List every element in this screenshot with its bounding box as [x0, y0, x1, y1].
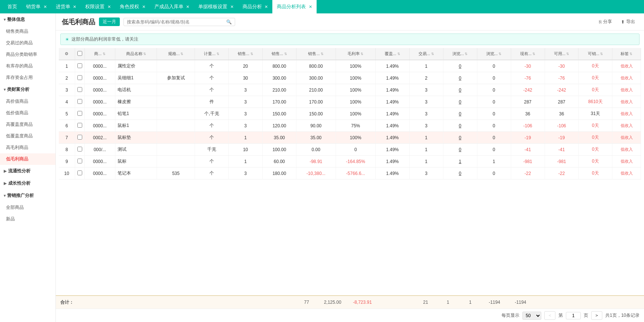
cell-checkbox[interactable]	[75, 96, 84, 108]
cell-checkbox[interactable]	[75, 60, 84, 72]
sidebar-item-category-rate[interactable]: 商品分类助销率	[0, 49, 55, 60]
col-coverage[interactable]: 覆盖...	[375, 48, 409, 60]
row-checkbox[interactable]	[77, 147, 82, 152]
sidebar-group-overall[interactable]: ▾ 整体信息	[0, 13, 55, 26]
sidebar-item-all-goods[interactable]: 全部商品	[0, 202, 55, 213]
search-input[interactable]	[127, 19, 225, 25]
next-page-button[interactable]: ＞	[591, 311, 602, 320]
col-gross-margin[interactable]: 毛利率	[336, 48, 375, 60]
row-checkbox[interactable]	[77, 170, 82, 175]
cell-browse1[interactable]: 0	[443, 144, 477, 156]
col-spec[interactable]: 规格...	[157, 48, 195, 60]
col-available[interactable]: 可用...	[545, 48, 579, 60]
nav-template[interactable]: 单据模板设置 ✕	[194, 0, 238, 13]
col-sales-profit[interactable]: 销售...	[296, 48, 336, 60]
sidebar-group-marketing[interactable]: ▾ 营销推广分析	[0, 189, 55, 202]
row-checkbox[interactable]	[77, 87, 82, 92]
col-sales-price[interactable]: 销售...	[262, 48, 296, 60]
nav-template-close[interactable]: ✕	[230, 4, 234, 9]
cell-checkbox[interactable]	[75, 168, 84, 179]
sidebar-item-high-margin[interactable]: 高毛利商品	[0, 142, 55, 153]
sidebar-item-low-value[interactable]: 低价值商品	[0, 107, 55, 119]
row-checkbox[interactable]	[77, 135, 82, 140]
page-number-input[interactable]	[566, 312, 581, 319]
export-button[interactable]: ⬆ 导出	[618, 17, 638, 26]
row-checkbox[interactable]	[77, 123, 82, 128]
col-browse2[interactable]: 浏览...	[477, 48, 511, 60]
cell-name: 鼠标1	[115, 120, 157, 132]
date-filter-button[interactable]: 近一月	[99, 17, 120, 26]
nav-sales-close[interactable]: ✕	[44, 4, 47, 9]
nav-goods-analysis-close[interactable]: ✕	[265, 4, 268, 9]
col-settings[interactable]: ⚙	[59, 48, 75, 60]
share-button[interactable]: ⎘ 分享	[596, 17, 615, 26]
cell-sellable: 0天	[579, 132, 612, 144]
cell-checkbox[interactable]	[75, 144, 84, 156]
col-sellable[interactable]: 可销...	[579, 48, 612, 60]
sidebar-item-high-value[interactable]: 高价值商品	[0, 96, 55, 107]
cell-browse1[interactable]: 1	[443, 156, 477, 168]
row-checkbox[interactable]	[77, 111, 82, 116]
col-code[interactable]: 商...	[84, 48, 115, 60]
cell-browse1[interactable]: 0	[443, 120, 477, 132]
nav-product-stock[interactable]: 产成品入库单 ✕	[150, 0, 194, 13]
col-sales-qty[interactable]: 销售...	[228, 48, 262, 60]
sidebar-item-sales-goods[interactable]: 销售类商品	[0, 26, 55, 37]
table-body: 1 0000... 属性定价 个 20 800.00 800.00 100% 1…	[59, 60, 641, 179]
cell-browse1[interactable]: 0	[443, 108, 477, 120]
cell-browse1[interactable]: 0	[443, 84, 477, 96]
prev-page-button[interactable]: ＜	[544, 311, 555, 320]
row-checkbox[interactable]	[77, 63, 82, 68]
col-current-stock[interactable]: 现有...	[511, 48, 545, 60]
nav-goods-analysis-list[interactable]: 商品分析列表 ✕	[272, 0, 317, 13]
col-transaction[interactable]: 交易...	[409, 48, 443, 60]
cell-checkbox[interactable]	[75, 132, 84, 144]
nav-role[interactable]: 角色授权 ✕	[115, 0, 150, 13]
nav-permission[interactable]: 权限设置 ✕	[81, 0, 115, 13]
col-checkbox[interactable]	[75, 48, 84, 60]
cell-checkbox[interactable]	[75, 156, 84, 168]
cell-checkbox[interactable]	[75, 120, 84, 132]
cell-sales-qty: 3	[228, 168, 262, 179]
cell-browse1[interactable]: 0	[443, 96, 477, 108]
sidebar-item-traded-goods[interactable]: 交易过的商品	[0, 37, 55, 49]
sidebar-item-high-coverage[interactable]: 高覆盖度商品	[0, 119, 55, 130]
cell-browse1[interactable]: 0	[443, 132, 477, 144]
search-icon[interactable]: 🔍	[226, 19, 232, 25]
cell-checkbox[interactable]	[75, 108, 84, 120]
cell-browse1[interactable]: 0	[443, 72, 477, 84]
row-checkbox[interactable]	[77, 75, 82, 80]
select-all-checkbox[interactable]	[77, 51, 82, 56]
nav-home[interactable]: 首页	[3, 0, 22, 13]
nav-purchase[interactable]: 进货单 ✕	[51, 0, 81, 13]
nav-product-stock-close[interactable]: ✕	[186, 4, 189, 9]
cell-browse1[interactable]: 0	[443, 60, 477, 72]
col-tag[interactable]: 标签	[612, 48, 641, 60]
table-row: 2 0000... 吴细细1 参加复试 个 30 300.00 300.00 1…	[59, 72, 641, 84]
nav-goods-analysis-list-close[interactable]: ✕	[309, 4, 312, 9]
sidebar-item-stock-capital[interactable]: 库存资金占用	[0, 72, 55, 83]
nav-goods-analysis[interactable]: 商品分析 ✕	[238, 0, 273, 13]
sidebar-group-flow[interactable]: ▶ 流通性分析	[0, 165, 55, 177]
cell-browse1[interactable]: 0	[443, 168, 477, 179]
sidebar-group-wealth[interactable]: ▾ 类财富分析	[0, 83, 55, 96]
cell-checkbox[interactable]	[75, 84, 84, 96]
nav-permission-close[interactable]: ✕	[108, 4, 111, 9]
nav-sales[interactable]: 销货单 ✕	[22, 0, 51, 13]
sidebar-item-low-coverage[interactable]: 低覆盖度商品	[0, 130, 55, 142]
table-container[interactable]: ⚙ 商... 商品名称 规格... 计量... 销售... 销售... 销售..…	[56, 48, 644, 295]
col-browse1[interactable]: 浏览...	[443, 48, 477, 60]
cell-checkbox[interactable]	[75, 72, 84, 84]
nav-purchase-close[interactable]: ✕	[73, 4, 76, 9]
col-name[interactable]: 商品名称	[115, 48, 157, 60]
col-unit[interactable]: 计量...	[195, 48, 228, 60]
nav-role-close[interactable]: ✕	[142, 4, 145, 9]
sidebar-group-growth[interactable]: ▶ 成长性分析	[0, 177, 55, 189]
page-size-select[interactable]: 50 100 200	[522, 312, 541, 320]
search-box[interactable]: 🔍	[124, 18, 235, 26]
row-checkbox[interactable]	[77, 159, 82, 163]
sidebar-item-new-goods[interactable]: 新品	[0, 213, 55, 225]
sidebar-item-in-stock[interactable]: 有库存的商品	[0, 60, 55, 72]
row-checkbox[interactable]	[77, 99, 82, 104]
sidebar-item-low-margin[interactable]: 低毛利商品	[0, 153, 55, 165]
